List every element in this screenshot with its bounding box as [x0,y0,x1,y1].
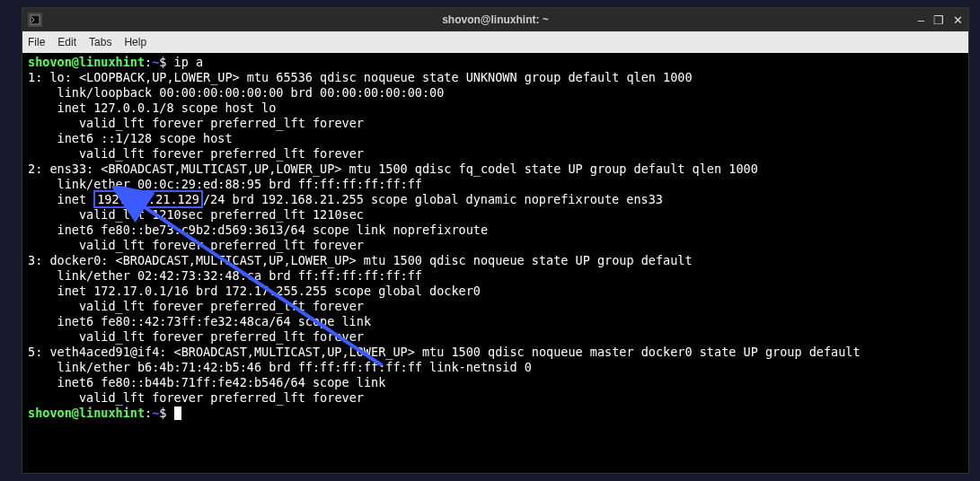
output-line: link/loopback 00:00:00:00:00:00 brd 00:0… [28,85,444,100]
prompt-sep2: $ [159,406,166,420]
highlighted-ip: 192.168.21.129 [93,190,203,208]
prompt-sep1: : [145,55,152,69]
output-line: link/ether 00:0c:29:ed:88:95 brd ff:ff:f… [28,177,422,191]
menu-edit[interactable]: Edit [57,36,76,48]
titlebar[interactable]: shovon@linuxhint: ~ – ❐ ✕ [22,8,968,31]
app-icon [28,13,42,27]
terminal-output[interactable]: shovon@linuxhint:~$ ip a 1: lo: <LOOPBAC… [22,53,968,473]
output-line: valid_lft 1210sec preferred_lft 1210sec [28,207,364,222]
menu-file[interactable]: File [28,36,45,48]
prompt-user: shovon@linuxhint [28,406,145,420]
output-line: 3: docker0: <BROADCAST,MULTICAST,UP,LOWE… [28,253,693,267]
output-line: link/ether b6:4b:71:42:b5:46 brd ff:ff:f… [28,360,532,374]
cursor [174,407,181,420]
close-button[interactable]: ✕ [953,13,963,27]
output-line: inet 127.0.0.1/8 scope host lo [28,101,276,115]
output-line: inet6 fe80::b44b:71ff:fe42:b546/64 scope… [28,375,385,389]
output-line: valid_lft forever preferred_lft forever [28,238,364,252]
output-line: valid_lft forever preferred_lft forever [28,390,364,405]
output-line: valid_lft forever preferred_lft forever [28,329,364,344]
output-line: 5: veth4aced91@if4: <BROADCAST,MULTICAST… [28,345,861,359]
output-line: 1: lo: <LOOPBACK,UP,LOWER_UP> mtu 65536 … [28,70,693,84]
output-line: /24 brd 192.168.21.255 scope global dyna… [203,192,663,206]
output-line: inet [28,192,93,206]
output-line: inet6 fe80::be73:c9b2:d569:3613/64 scope… [28,223,488,237]
menu-tabs[interactable]: Tabs [89,36,111,48]
svg-rect-0 [31,15,40,24]
command-ip-a: ip a [166,55,203,69]
output-line: 2: ens33: <BROADCAST,MULTICAST,UP,LOWER_… [28,162,758,176]
terminal-window: shovon@linuxhint: ~ – ❐ ✕ File Edit Tabs… [22,7,969,474]
output-line: inet 172.17.0.1/16 brd 172.17.255.255 sc… [28,284,481,298]
maximize-button[interactable]: ❐ [933,13,944,27]
prompt-sep1: : [145,406,152,420]
menubar: File Edit Tabs Help [22,31,968,53]
output-line: link/ether 02:42:73:32:48:ca brd ff:ff:f… [28,268,422,283]
window-title: shovon@linuxhint: ~ [442,13,549,26]
prompt-user: shovon@linuxhint [28,55,145,69]
menu-help[interactable]: Help [124,36,146,48]
minimize-button[interactable]: – [918,13,924,27]
output-line: valid_lft forever preferred_lft forever [28,299,364,313]
window-controls: – ❐ ✕ [918,13,963,27]
output-line: inet6 fe80::42:73ff:fe32:48ca/64 scope l… [28,314,371,328]
output-line: valid_lft forever preferred_lft forever [28,146,364,161]
output-line: inet6 ::1/128 scope host [28,131,233,145]
output-line: valid_lft forever preferred_lft forever [28,116,364,130]
